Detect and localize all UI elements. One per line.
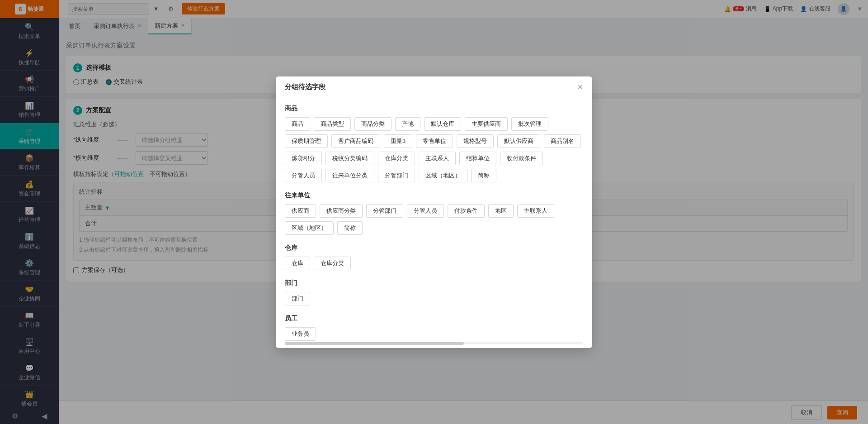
field-tag-0-0[interactable]: 商品 [285,117,310,131]
section-title-3: 部门 [285,279,583,287]
field-grid-0: 商品商品类型商品分类产地默认仓库主要供应商批次管理保质期管理客户商品编码重量3零… [285,117,583,182]
field-tag-0-14[interactable]: 炼货积分 [285,152,322,165]
modal-title: 分组待选字段 [285,83,326,91]
field-tag-1-1[interactable]: 供应商分类 [320,204,363,218]
field-tag-0-5[interactable]: 主要供应商 [465,117,508,131]
field-tag-0-15[interactable]: 税收分类编码 [326,152,374,165]
field-tag-0-23[interactable]: 区域（地区） [419,169,467,182]
modal-scrollbar[interactable] [285,342,583,344]
modal-close-icon[interactable]: ✕ [577,83,583,91]
field-tag-0-17[interactable]: 主联系人 [419,152,456,165]
section-title-2: 仓库 [285,244,583,252]
modal-overlay[interactable]: 分组待选字段 ✕ 商品商品商品类型商品分类产地默认仓库主要供应商批次管理保质期管… [0,0,868,424]
section-title-1: 往来单位 [285,191,583,200]
field-tag-0-7[interactable]: 保质期管理 [285,134,328,148]
field-tag-0-12[interactable]: 默认供应商 [497,134,540,148]
field-tag-0-1[interactable]: 商品类型 [314,117,351,131]
field-tag-0-10[interactable]: 零售单位 [416,134,453,148]
field-tag-0-24[interactable]: 简称 [471,169,496,182]
modal-body: 商品商品商品类型商品分类产地默认仓库主要供应商批次管理保质期管理客户商品编码重量… [276,97,592,342]
modal-section-3: 部门部门 [285,279,583,305]
field-tag-0-19[interactable]: 收付款条件 [500,152,543,165]
field-tag-0-6[interactable]: 批次管理 [511,117,548,131]
field-tag-0-4[interactable]: 默认仓库 [424,117,461,131]
modal: 分组待选字段 ✕ 商品商品商品类型商品分类产地默认仓库主要供应商批次管理保质期管… [276,76,592,348]
section-title-4: 员工 [285,314,583,323]
field-tag-0-22[interactable]: 分管部门 [378,169,415,182]
field-tag-4-0[interactable]: 业务员 [285,327,316,341]
field-tag-0-8[interactable]: 客户商品编码 [331,134,380,148]
modal-header: 分组待选字段 ✕ [276,76,592,97]
modal-section-1: 往来单位供应商供应商分类分管部门分管人员付款条件地区主联系人区域（地区）简称 [285,191,583,235]
field-tag-0-9[interactable]: 重量3 [384,134,412,148]
field-tag-2-1[interactable]: 仓库分类 [314,257,351,270]
modal-section-4: 员工业务员 [285,314,583,341]
field-tag-1-0[interactable]: 供应商 [285,204,316,218]
field-grid-4: 业务员 [285,327,583,341]
field-tag-0-21[interactable]: 往来单位分类 [326,169,374,182]
field-tag-1-5[interactable]: 地区 [488,204,514,218]
field-grid-3: 部门 [285,292,583,305]
scrollbar-thumb[interactable] [285,342,464,345]
field-tag-0-13[interactable]: 商品别名 [544,134,581,148]
field-tag-0-20[interactable]: 分管人员 [285,169,322,182]
field-tag-3-0[interactable]: 部门 [285,292,310,305]
field-tag-0-3[interactable]: 产地 [395,117,420,131]
field-grid-2: 仓库仓库分类 [285,257,583,270]
field-tag-0-11[interactable]: 规格型号 [457,134,494,148]
modal-section-2: 仓库仓库仓库分类 [285,244,583,270]
field-tag-1-4[interactable]: 付款条件 [448,204,485,218]
field-tag-2-0[interactable]: 仓库 [285,257,310,270]
field-tag-0-2[interactable]: 商品分类 [354,117,392,131]
section-title-0: 商品 [285,105,583,113]
field-tag-0-16[interactable]: 仓库分类 [378,152,415,165]
field-grid-1: 供应商供应商分类分管部门分管人员付款条件地区主联系人区域（地区）简称 [285,204,583,235]
field-tag-1-2[interactable]: 分管部门 [366,204,403,218]
modal-section-0: 商品商品商品类型商品分类产地默认仓库主要供应商批次管理保质期管理客户商品编码重量… [285,105,583,182]
field-tag-1-3[interactable]: 分管人员 [407,204,444,218]
field-tag-1-6[interactable]: 主联系人 [517,204,554,218]
field-tag-1-8[interactable]: 简称 [337,221,363,235]
field-tag-1-7[interactable]: 区域（地区） [285,221,334,235]
field-tag-0-18[interactable]: 结算单位 [459,152,496,165]
